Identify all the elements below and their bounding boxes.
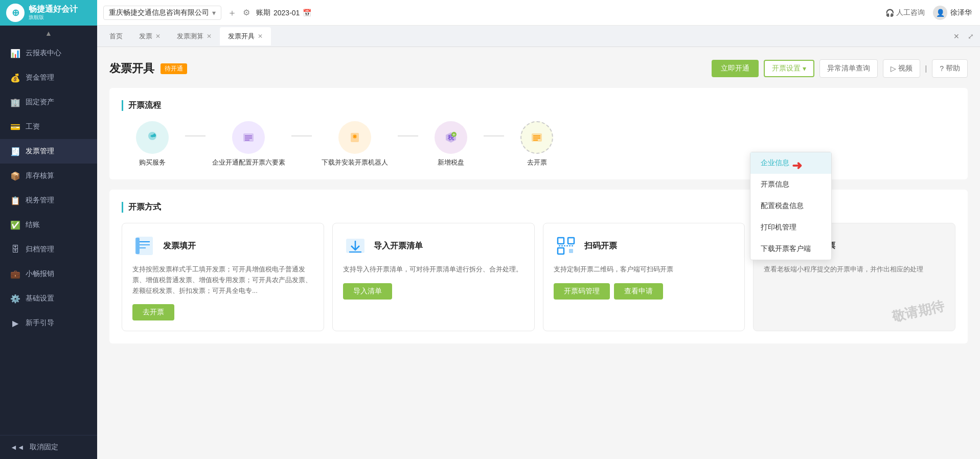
gear-icon: ⚙️ <box>10 293 20 304</box>
tab-bar: 首页 发票 ✕ 发票测算 ✕ 发票开具 ✕ ✕ ⤢ <box>97 26 980 47</box>
fill-invoice-button[interactable]: 去开票 <box>132 304 174 320</box>
tab-fapiao-close[interactable]: ✕ <box>155 33 161 40</box>
import-invoice-button[interactable]: 导入清单 <box>343 283 392 300</box>
unpin-label: 取消固定 <box>30 443 58 452</box>
tab-fapiaocesuan-label: 发票测算 <box>177 32 203 41</box>
calendar-icon[interactable]: 📅 <box>303 9 311 17</box>
flow-step-5: 去开票 <box>506 121 567 167</box>
step-1-icon <box>136 121 169 154</box>
tab-home[interactable]: 首页 <box>101 27 131 45</box>
tab-fapiao[interactable]: 发票 ✕ <box>131 27 169 45</box>
top-bar: ⊕ 畅捷通好会计 旗舰版 重庆畅捷交通信息咨询有限公司 ▾ ＋ ⚙ 账期 202… <box>0 0 980 26</box>
fill-invoice-icon <box>132 234 157 258</box>
svg-text:+: + <box>452 132 455 137</box>
step-divider-1 <box>185 135 206 136</box>
support-button[interactable]: 🎧 人工咨询 <box>885 8 925 17</box>
user-area[interactable]: 👤 徐泽华 <box>933 6 972 20</box>
maximize-window-button[interactable]: ⤢ <box>966 30 976 42</box>
sidebar-label-jichushezhi: 基础设置 <box>26 294 87 303</box>
support-label: 人工咨询 <box>896 8 925 17</box>
sidebar-label-guidang: 归档管理 <box>26 245 87 254</box>
sidebar-label-gudingzichan: 固定资产 <box>26 98 87 107</box>
scan-apply-button[interactable]: 查看申请 <box>614 283 663 300</box>
chevron-down-icon: ▾ <box>212 9 216 17</box>
settings-dropdown-button[interactable]: 开票设置 ▾ <box>764 60 814 77</box>
help-btn-label: 帮助 <box>946 64 960 73</box>
red-arrow-indicator: ➜ <box>792 158 802 173</box>
add-tab-button[interactable]: ＋ <box>227 7 237 19</box>
sidebar-label-xiaochang: 小畅报销 <box>26 269 87 279</box>
tab-fapiaokaiying[interactable]: 发票开具 ✕ <box>220 27 271 45</box>
tab-fapiao-label: 发票 <box>139 32 152 41</box>
period-value: 2023-01 <box>274 9 300 17</box>
video-button[interactable]: ▷ 视频 <box>883 59 920 78</box>
method-import-header: 导入开票清单 <box>343 234 524 258</box>
sidebar-item-shuiwu[interactable]: 📋 税务管理 <box>0 188 97 213</box>
method-scan-header: 扫码开票 <box>554 234 735 258</box>
activate-button[interactable]: 立即开通 <box>712 60 759 77</box>
step-2-icon <box>232 121 265 154</box>
import-invoice-icon <box>343 234 368 258</box>
main-layout: ▲ 📊 云报表中心 💰 资金管理 🏢 固定资产 💳 工资 🧾 发票管理 <box>0 26 980 459</box>
app-container: ⊕ 畅捷通好会计 旗舰版 重庆畅捷交通信息咨询有限公司 ▾ ＋ ⚙ 账期 202… <box>0 0 980 459</box>
building-icon: 🏢 <box>10 97 20 107</box>
sidebar-bottom: ◄◄ 取消固定 <box>0 435 97 459</box>
logo-area: ⊕ 畅捷通好会计 旗舰版 <box>0 0 97 26</box>
tab-fapiaocesuan[interactable]: 发票测算 ✕ <box>169 27 220 45</box>
svg-rect-28 <box>568 238 574 244</box>
sidebar-item-jiezhang[interactable]: ✅ 结账 <box>0 213 97 237</box>
scan-invoice-desc: 支持定制开票二维码，客户端可扫码开票 <box>554 264 735 275</box>
sidebar-item-guidang[interactable]: 🗄 归档管理 <box>0 237 97 262</box>
fill-invoice-desc: 支持按照发票样式手工填开发票；可开具增值税电子普通发票、增值税普通发票、增值税专… <box>132 264 313 296</box>
sidebar-label-fapiao: 发票管理 <box>26 147 87 156</box>
dropdown-printer[interactable]: 打印机管理 <box>750 217 831 238</box>
company-selector[interactable]: 重庆畅捷交通信息咨询有限公司 ▾ <box>103 6 221 20</box>
svg-rect-27 <box>558 238 564 244</box>
sidebar-label-kucun: 库存核算 <box>26 171 87 180</box>
step-4-label: 新增税盘 <box>438 158 464 167</box>
step-5-icon <box>520 121 553 154</box>
user-name: 徐泽华 <box>950 8 972 17</box>
step-4-icon: 税+ <box>435 121 467 154</box>
dropdown-chevron-icon: ▾ <box>803 64 806 73</box>
scan-qrcode-button[interactable]: 开票码管理 <box>554 283 610 300</box>
help-button[interactable]: ? 帮助 <box>932 59 968 78</box>
exception-list-button[interactable]: 异常清单查询 <box>819 59 878 78</box>
period-display: 账期 2023-01 📅 <box>256 8 311 17</box>
import-invoice-title: 导入开票清单 <box>374 241 423 251</box>
tab-fapiaokaiying-close[interactable]: ✕ <box>258 33 263 40</box>
pin-icon: ◄◄ <box>10 443 25 451</box>
step-divider-2 <box>291 135 312 136</box>
sidebar-label-jiezhang: 结账 <box>26 220 87 230</box>
settings-icon[interactable]: ⚙ <box>243 8 250 17</box>
step-divider-4 <box>484 135 504 136</box>
flow-step-1: 购买服务 <box>122 121 183 167</box>
svg-rect-29 <box>558 248 564 254</box>
dropdown-tax-config[interactable]: 配置税盘信息 <box>750 195 831 217</box>
dropdown-download-client[interactable]: 下载开票客户端 <box>750 238 831 260</box>
sidebar-item-gudingzichan[interactable]: 🏢 固定资产 <box>0 90 97 114</box>
sidebar-item-fapiao[interactable]: 🧾 发票管理 <box>0 139 97 164</box>
sidebar-scroll-up[interactable]: ▲ <box>0 26 97 41</box>
close-window-button[interactable]: ✕ <box>951 30 962 42</box>
sidebar-item-xiaochang[interactable]: 💼 小畅报销 <box>0 262 97 286</box>
chart-icon: 📊 <box>10 48 20 58</box>
dropdown-company-info[interactable]: 企业信息 <box>750 152 831 174</box>
sidebar-item-zijin[interactable]: 💰 资金管理 <box>0 65 97 90</box>
tab-fapiaocesuan-close[interactable]: ✕ <box>207 33 212 40</box>
unpin-button[interactable]: ◄◄ 取消固定 <box>0 435 97 459</box>
step-3-label: 下载并安装开票机器人 <box>322 158 388 167</box>
sidebar-label-shuiwu: 税务管理 <box>26 196 87 205</box>
play-icon: ▶ <box>10 318 20 328</box>
dropdown-invoice-info[interactable]: 开票信息 <box>750 174 831 195</box>
sidebar-item-gongzi[interactable]: 💳 工资 <box>0 114 97 139</box>
sidebar-item-yunbao[interactable]: 📊 云报表中心 <box>0 41 97 65</box>
svg-rect-31 <box>569 249 573 253</box>
separator: | <box>925 64 927 73</box>
video-btn-label: 视频 <box>898 64 913 73</box>
invoice-icon: 🧾 <box>10 146 20 156</box>
sidebar-item-xinshou[interactable]: ▶ 新手引导 <box>0 311 97 335</box>
sidebar-item-jichushezhi[interactable]: ⚙️ 基础设置 <box>0 286 97 311</box>
sidebar-item-kucun[interactable]: 📦 库存核算 <box>0 164 97 188</box>
settings-btn-label: 开票设置 <box>772 64 801 73</box>
